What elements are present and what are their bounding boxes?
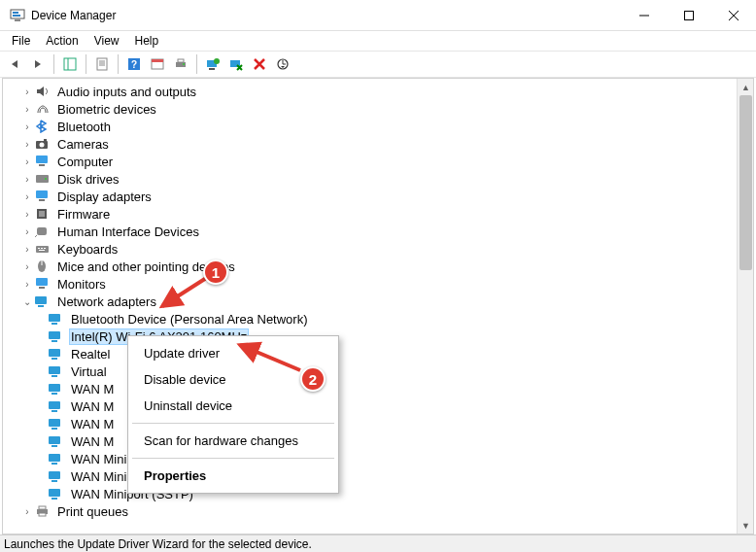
svg-rect-67 <box>52 463 57 465</box>
tree-category[interactable]: ›Computer <box>3 153 753 170</box>
forward-button[interactable] <box>27 53 49 75</box>
tree-category[interactable]: ›Monitors <box>3 275 753 293</box>
tree-category[interactable]: ›Bluetooth <box>3 118 753 135</box>
close-button[interactable] <box>711 0 756 30</box>
tree-item-label: Print queues <box>55 504 130 519</box>
minimize-button[interactable] <box>622 0 667 30</box>
ctx-separator <box>132 458 334 459</box>
toolbar-icon-calendar[interactable] <box>147 53 168 75</box>
svg-rect-42 <box>44 248 46 249</box>
expand-toggle[interactable]: › <box>20 120 34 133</box>
svg-rect-2 <box>13 15 20 17</box>
svg-rect-68 <box>49 471 60 479</box>
tree-device[interactable]: ›Bluetooth Device (Personal Area Network… <box>3 310 753 328</box>
menu-file[interactable]: File <box>4 33 38 49</box>
tree-category[interactable]: ›Biometric devices <box>3 100 753 118</box>
svg-rect-49 <box>38 305 44 307</box>
properties-button[interactable] <box>91 53 113 75</box>
keyboard-icon <box>34 241 52 257</box>
menu-view[interactable]: View <box>86 33 127 49</box>
svg-rect-40 <box>38 248 40 249</box>
expand-toggle[interactable]: › <box>20 207 34 221</box>
scroll-thumb[interactable] <box>739 95 752 270</box>
expand-toggle[interactable]: › <box>20 102 34 116</box>
tree-category[interactable]: ›Audio inputs and outputs <box>3 83 753 100</box>
adapter-icon <box>48 468 65 484</box>
expand-toggle[interactable]: › <box>20 190 34 203</box>
expand-toggle[interactable]: › <box>20 224 34 238</box>
tree-device[interactable]: ›Intel(R) Wi-Fi 6 AX201 160MHz <box>3 328 753 345</box>
ctx-uninstall-device[interactable]: Uninstall device <box>130 393 336 419</box>
disable-device-toolbar-button[interactable] <box>225 53 247 75</box>
svg-rect-70 <box>49 489 60 497</box>
tree-category[interactable]: ›Display adapters <box>3 188 753 205</box>
scroll-down-button[interactable]: ▼ <box>738 517 754 534</box>
expand-toggle[interactable]: › <box>20 155 34 168</box>
svg-rect-19 <box>178 59 184 62</box>
device-tree[interactable]: ›Audio inputs and outputs›Biometric devi… <box>3 79 753 524</box>
svg-rect-0 <box>11 10 24 18</box>
tree-category[interactable]: ›Human Interface Devices <box>3 223 753 240</box>
svg-rect-37 <box>37 227 47 235</box>
window-title: Device Manager <box>31 9 622 22</box>
svg-rect-51 <box>52 323 57 325</box>
tree-category[interactable]: ›Disk drives <box>3 170 753 188</box>
expand-toggle[interactable]: › <box>20 259 34 273</box>
ctx-separator <box>132 423 334 424</box>
window-controls <box>622 0 756 30</box>
back-button[interactable] <box>4 53 25 75</box>
expand-toggle[interactable]: › <box>20 172 34 186</box>
toolbar-icon-print[interactable] <box>170 53 191 75</box>
tree-device[interactable]: ›WAN Miniport (PPPOE) <box>3 450 753 467</box>
show-hide-console-tree-button[interactable] <box>59 53 81 75</box>
tree-category[interactable]: ›Cameras <box>3 135 753 153</box>
scrollbar-vertical[interactable]: ▲ ▼ <box>737 79 753 534</box>
update-driver-toolbar-button[interactable] <box>202 53 223 75</box>
svg-line-38 <box>35 235 37 237</box>
titlebar: Device Manager <box>0 0 756 31</box>
menu-action[interactable]: Action <box>38 33 86 49</box>
tree-device[interactable]: ›WAN M <box>3 415 753 432</box>
expand-toggle[interactable]: ⌄ <box>20 294 34 308</box>
tree-device[interactable]: ›WAN M <box>3 432 753 450</box>
tree-category[interactable]: ›Print queues <box>3 502 753 520</box>
svg-rect-52 <box>49 331 60 339</box>
adapter-icon <box>48 381 65 397</box>
expand-toggle[interactable]: › <box>20 242 34 256</box>
tree-device[interactable]: ›WAN Miniport (SSTP) <box>3 485 753 502</box>
tree-item-label: Realtel <box>69 347 112 362</box>
svg-rect-3 <box>15 19 20 21</box>
expand-toggle[interactable]: › <box>20 277 34 291</box>
tree-category-network[interactable]: ⌄Network adapters <box>3 293 753 310</box>
tree-device[interactable]: ›WAN M <box>3 380 753 397</box>
svg-rect-5 <box>685 11 694 19</box>
tree-category[interactable]: ›Keyboards <box>3 240 753 258</box>
tree-category[interactable]: ›Firmware <box>3 205 753 223</box>
tree-device[interactable]: ›Realtel <box>3 345 753 362</box>
tree-category[interactable]: ›Mice and other pointing devices <box>3 258 753 275</box>
annotation-badge-2: 2 <box>300 366 326 392</box>
adapter-icon <box>48 328 65 344</box>
maximize-button[interactable] <box>667 0 711 30</box>
expand-toggle[interactable]: › <box>20 137 34 151</box>
ctx-properties[interactable]: Properties <box>130 463 336 489</box>
ctx-scan-hardware[interactable]: Scan for hardware changes <box>130 428 336 454</box>
expand-toggle[interactable]: › <box>20 85 34 98</box>
tree-device[interactable]: ›WAN M <box>3 397 753 415</box>
tree-item-label: WAN M <box>69 399 116 414</box>
uninstall-device-toolbar-button[interactable] <box>249 53 270 75</box>
print-icon <box>34 503 52 519</box>
svg-rect-48 <box>35 296 47 304</box>
expand-toggle[interactable]: › <box>20 504 34 518</box>
menu-help[interactable]: Help <box>127 33 167 49</box>
tree-device[interactable]: ›Virtual <box>3 362 753 380</box>
svg-rect-28 <box>44 139 47 141</box>
svg-rect-59 <box>52 393 57 395</box>
svg-rect-69 <box>52 480 57 482</box>
svg-line-76 <box>240 345 300 370</box>
scroll-up-button[interactable]: ▲ <box>738 79 754 95</box>
svg-rect-22 <box>209 68 215 70</box>
help-button[interactable]: ? <box>123 53 145 75</box>
scan-hardware-toolbar-button[interactable] <box>272 53 293 75</box>
tree-device[interactable]: ›WAN Miniport (PPTP) <box>3 467 753 485</box>
